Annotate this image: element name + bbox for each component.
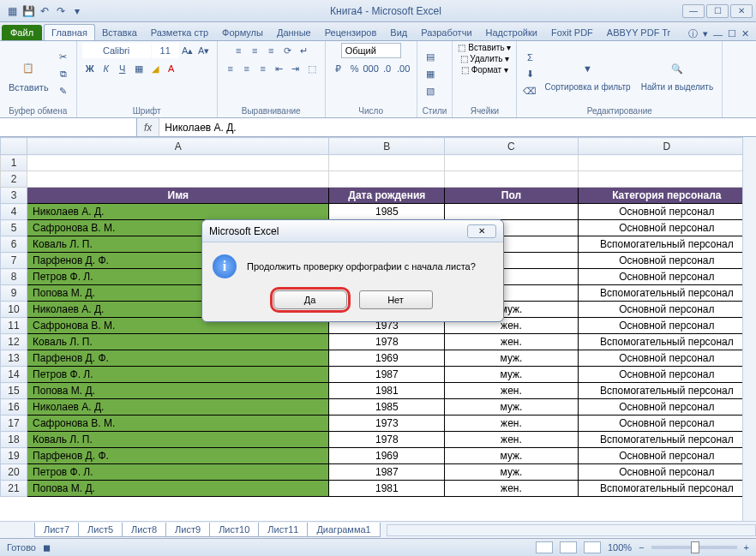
tab-data[interactable]: Данные (270, 25, 318, 40)
dialog-close-button[interactable]: ✕ (467, 224, 496, 238)
align-right-icon[interactable]: ≡ (255, 61, 271, 76)
align-top-icon[interactable]: ≡ (231, 43, 246, 58)
cell-sex[interactable]: муж. (445, 448, 578, 464)
percent-icon[interactable]: % (347, 61, 363, 76)
cell-cat[interactable]: Основной персонал (578, 448, 755, 464)
indent-inc-icon[interactable]: ⇥ (288, 61, 303, 76)
cell-name[interactable]: Сафронова В. М. (27, 416, 329, 432)
maximize-button[interactable]: ☐ (706, 4, 729, 18)
row-header[interactable]: 1 (1, 155, 27, 171)
clear-icon[interactable]: ⌫ (522, 84, 537, 99)
yes-button[interactable]: Да (273, 290, 347, 309)
row-header[interactable]: 8 (1, 269, 27, 285)
row-header[interactable]: 11 (1, 318, 27, 334)
cell-name[interactable]: Попова М. Д. (27, 481, 329, 497)
worksheet-grid[interactable]: A B C D 123 Имя Дата рождения Пол Катего… (0, 137, 756, 521)
row-header[interactable]: 16 (1, 399, 27, 416)
copy-icon[interactable]: ⧉ (56, 67, 71, 82)
row-header[interactable]: 2 (1, 171, 27, 188)
cell-name[interactable]: Коваль Л. П. (27, 432, 329, 448)
cell-cat[interactable]: Основной персонал (578, 318, 755, 334)
cell-name[interactable]: Николаев А. Д. (27, 204, 329, 220)
font-name-select[interactable]: Calibri (82, 43, 151, 58)
cell-name[interactable]: Парфенов Д. Ф. (27, 448, 329, 464)
cell-cat[interactable]: Основной персонал (578, 399, 755, 416)
cell-cat[interactable]: Вспомогательный персонал (578, 432, 755, 448)
cell-dob[interactable]: 1985 (329, 399, 445, 416)
find-select-button[interactable]: 🔍 Найти и выделить (638, 55, 717, 93)
paste-button[interactable]: 📋 Вставить (5, 55, 52, 94)
wrap-text-icon[interactable]: ↵ (296, 43, 311, 58)
sheet-tab[interactable]: Лист10 (209, 523, 259, 537)
font-size-select[interactable]: 11 (152, 43, 179, 58)
cell-cat[interactable]: Основной персонал (578, 253, 755, 269)
minimize-button[interactable]: — (682, 4, 705, 18)
zoom-level[interactable]: 100% (608, 542, 632, 553)
row-header[interactable]: 3 (1, 188, 27, 204)
redo-icon[interactable]: ↷ (54, 4, 68, 18)
tab-review[interactable]: Рецензиров (318, 25, 384, 40)
currency-icon[interactable]: ₽ (331, 61, 346, 76)
select-all-corner[interactable] (1, 138, 27, 155)
row-header[interactable]: 4 (1, 204, 27, 220)
align-bot-icon[interactable]: ≡ (263, 43, 279, 58)
file-tab[interactable]: Файл (2, 25, 42, 40)
tab-home[interactable]: Главная (44, 24, 95, 40)
format-cells-button[interactable]: ⬚ Формат ▾ (461, 65, 508, 75)
cell-sex[interactable]: муж. (445, 350, 578, 367)
row-header[interactable]: 5 (1, 220, 27, 236)
tab-developer[interactable]: Разработчи (414, 25, 478, 40)
table-style-icon[interactable]: ▦ (423, 67, 438, 82)
row-header[interactable]: 20 (1, 464, 27, 481)
sheet-tab[interactable]: Лист7 (34, 523, 79, 537)
autosum-icon[interactable]: Σ (522, 50, 537, 65)
sheet-tab[interactable]: Лист8 (122, 523, 166, 537)
row-header[interactable]: 7 (1, 253, 27, 269)
cell-dob[interactable]: 1987 (329, 367, 445, 383)
cell-cat[interactable]: Основной персонал (578, 350, 755, 367)
ribbon-min-icon[interactable]: ▾ (703, 28, 708, 39)
align-left-icon[interactable]: ≡ (223, 61, 238, 76)
tab-addins[interactable]: Надстройки (479, 25, 544, 40)
grow-font-icon[interactable]: A▴ (180, 43, 195, 58)
comma-icon[interactable]: 000 (363, 61, 379, 76)
cell-dob[interactable]: 1985 (329, 204, 445, 220)
zoom-out-icon[interactable]: − (639, 542, 644, 553)
tab-foxit[interactable]: Foxit PDF (544, 25, 600, 40)
fx-icon[interactable]: fx (137, 122, 159, 134)
sheet-tab[interactable]: Лист9 (165, 523, 210, 537)
align-center-icon[interactable]: ≡ (239, 61, 255, 76)
row-header[interactable]: 6 (1, 236, 27, 253)
cell-cat[interactable]: Основной персонал (578, 302, 755, 318)
sort-filter-button[interactable]: ▼ Сортировка и фильтр (541, 55, 633, 93)
fill-icon[interactable]: ⬇ (522, 67, 537, 82)
cell-name[interactable]: Петров Ф. Л. (27, 464, 329, 481)
insert-cells-button[interactable]: ⬚ Вставить ▾ (458, 43, 511, 52)
fill-color-icon[interactable]: ◢ (147, 61, 163, 76)
cell-name[interactable]: Попова М. Д. (27, 383, 329, 399)
vertical-scrollbar[interactable] (742, 137, 756, 521)
qat-more-icon[interactable]: ▾ (70, 4, 84, 18)
cell-cat[interactable]: Вспомогательный персонал (578, 236, 755, 253)
header-dob[interactable]: Дата рождения (329, 188, 445, 204)
row-header[interactable]: 9 (1, 285, 27, 302)
italic-icon[interactable]: К (99, 61, 114, 76)
border-icon[interactable]: ▦ (131, 61, 147, 76)
cell-dob[interactable]: 1978 (329, 432, 445, 448)
doc-max-icon[interactable]: ☐ (728, 28, 736, 39)
row-header[interactable]: 14 (1, 367, 27, 383)
cell-dob[interactable]: 1987 (329, 464, 445, 481)
close-button[interactable]: ✕ (730, 4, 753, 18)
row-header[interactable]: 15 (1, 383, 27, 399)
view-layout-icon[interactable] (560, 541, 577, 553)
header-cat[interactable]: Категория персонала (578, 188, 755, 204)
align-mid-icon[interactable]: ≡ (247, 43, 262, 58)
zoom-in-icon[interactable]: + (744, 542, 749, 553)
cell-sex[interactable]: жен. (445, 334, 578, 350)
sheet-tab[interactable]: Лист11 (258, 523, 308, 537)
cell-sex[interactable]: жен. (445, 481, 578, 497)
bold-icon[interactable]: Ж (82, 61, 98, 76)
number-format-select[interactable]: Общий (341, 43, 401, 58)
formula-input[interactable]: Николаев А. Д. (159, 118, 756, 136)
cell-name[interactable]: Парфенов Д. Ф. (27, 350, 329, 367)
